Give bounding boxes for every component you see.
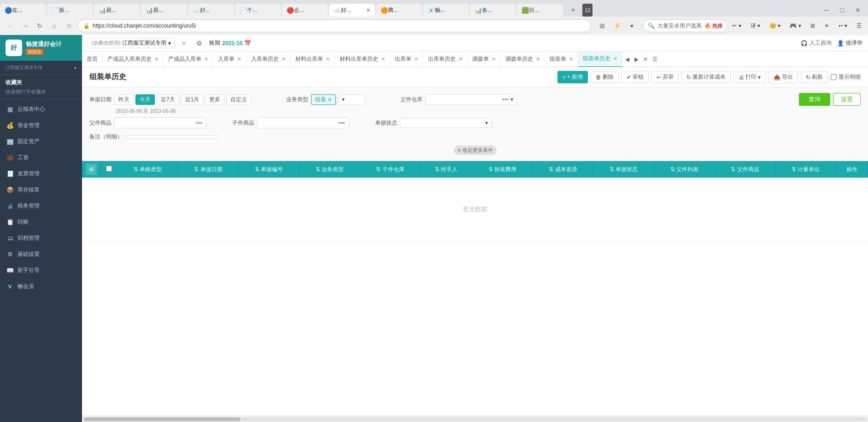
date-btn-today[interactable]: 今天: [135, 94, 155, 105]
sidebar-item-yunreport[interactable]: ▦ 云报表中心: [0, 101, 82, 117]
sidebar-item-invoice[interactable]: 🧾 发票管理: [0, 166, 82, 182]
order-status-select[interactable]: ▾: [400, 118, 492, 128]
table-header-checkbox[interactable]: [101, 161, 117, 178]
date-btn-yesterday[interactable]: 昨天: [114, 94, 134, 105]
undo-btn[interactable]: ↩ ▾: [836, 22, 850, 30]
grid-btn[interactable]: ⊞: [596, 19, 609, 32]
tab-close-adjust-history[interactable]: ✕: [536, 56, 540, 62]
tab-close-adjust[interactable]: ✕: [492, 56, 496, 62]
nav-tab-produce-in[interactable]: 产成品入库单 ✕: [164, 52, 213, 67]
recalculate-btn[interactable]: ↻ 重新计算成本: [681, 71, 731, 83]
parent-goods-select[interactable]: •••: [114, 117, 206, 128]
new-tab-btn[interactable]: +: [567, 4, 580, 17]
company-settings-btn[interactable]: ⚙: [193, 37, 205, 50]
scrollbar-thumb[interactable]: [84, 417, 240, 421]
nav-tab-assembly[interactable]: 组装单 ✕: [545, 52, 578, 67]
brightness-btn[interactable]: ☀: [821, 22, 832, 30]
add-btn[interactable]: + + 新增: [557, 71, 588, 83]
table-settings-icon[interactable]: ⚙: [86, 164, 97, 175]
browser-tab-7[interactable]: 🔴 企...: [282, 4, 328, 17]
parent-goods-more-icon[interactable]: •••: [195, 119, 202, 127]
sidebar-item-funds[interactable]: 💰 资金管理: [0, 117, 82, 133]
add-company-btn[interactable]: +: [179, 38, 189, 48]
remarks-input[interactable]: [125, 135, 217, 139]
unaudit-btn[interactable]: ↩ 弃审: [651, 71, 679, 83]
sidebar-item-guide[interactable]: 📖 新手引导: [0, 262, 82, 278]
col-header-biz-type[interactable]: ⇅ 业务类型: [299, 161, 360, 178]
address-bar[interactable]: 🔒 https://cloud.chanjet.com/accounting/u…: [77, 19, 591, 32]
settings-config-btn[interactable]: 设置: [833, 93, 861, 106]
tab-close-assembly[interactable]: ✕: [569, 56, 573, 62]
tab-close-assembly-history[interactable]: ✕: [613, 56, 617, 62]
nav-tab-out-order[interactable]: 出库单 ✕: [390, 52, 423, 67]
tab-close-8[interactable]: ✕: [364, 7, 370, 13]
tab-close-stock-in[interactable]: ✕: [237, 56, 241, 62]
lightning-btn[interactable]: ⚡: [610, 19, 623, 32]
sidebar-favorites-shortcut[interactable]: 快捷键打开收藏夹: [6, 88, 76, 95]
child-goods-select[interactable]: •••: [257, 117, 349, 128]
col-header-handler[interactable]: ⇅ 经手人: [421, 161, 472, 178]
date-btn-last7[interactable]: 近7天: [157, 94, 179, 105]
sidebar-item-inventory[interactable]: 📦 库存核算: [0, 182, 82, 198]
tab-close-out-order[interactable]: ✕: [414, 56, 418, 62]
date-btn-last-month[interactable]: 近1月: [181, 94, 204, 105]
tabs-close-all[interactable]: ✕: [641, 52, 650, 67]
export-btn[interactable]: 📤 导出: [768, 71, 798, 83]
translate-btn[interactable]: 译 ▾: [748, 21, 763, 31]
close-btn[interactable]: ✕: [851, 4, 864, 17]
search-bar[interactable]: 🔍 大量安卓用户逃离 🔥 热搜: [643, 19, 727, 32]
tabs-scroll-right[interactable]: ▶: [632, 52, 641, 67]
show-detail-toggle[interactable]: 显示明细: [831, 73, 861, 81]
parent-warehouse-select[interactable]: ••• ▾: [425, 94, 517, 105]
print-btn[interactable]: 🖨 打印 ▾: [733, 71, 766, 83]
browser-tab-9[interactable]: 🟠 腾...: [376, 4, 422, 17]
show-detail-checkbox-input[interactable]: [831, 74, 837, 80]
game-btn[interactable]: 🎮 ▾: [787, 22, 803, 30]
collapse-btn[interactable]: ∧ 收起更多条件: [454, 145, 497, 155]
col-header-type[interactable]: ⇅ 单账类型: [117, 161, 178, 178]
maximize-btn[interactable]: □: [836, 4, 849, 17]
browser-tab-10[interactable]: 📧 畅...: [423, 4, 469, 17]
browser-tab-3[interactable]: 📊 易...: [94, 4, 140, 17]
nav-tab-material-out-history[interactable]: 材料出库单历史 ✕: [335, 52, 390, 67]
sidebar-item-tax[interactable]: 🖨 税务管理: [0, 198, 82, 214]
sidebar-item-assets[interactable]: 🏢 固定资产: [0, 133, 82, 150]
nav-tab-assembly-history[interactable]: 组装单历史 ✕: [578, 52, 622, 67]
print-dropdown-arrow[interactable]: ▾: [758, 74, 761, 81]
sidebar-item-archive[interactable]: 🗂 归档管理: [0, 230, 82, 246]
table-header-settings[interactable]: ⚙: [82, 161, 101, 178]
forward-btn[interactable]: →: [18, 19, 31, 32]
browser-tab-2[interactable]: 📄 新...: [47, 4, 93, 17]
emoji-btn[interactable]: 😊 ▾: [767, 22, 783, 30]
tab-close-stock-in-history[interactable]: ✕: [282, 56, 286, 62]
home-btn[interactable]: ⌂: [48, 19, 61, 32]
tab-close-out-history[interactable]: ✕: [458, 56, 463, 62]
refresh-btn[interactable]: ↻ 刷新: [801, 71, 828, 83]
scrollbar-track[interactable]: [84, 417, 866, 421]
tabs-scroll-left[interactable]: ◀: [622, 52, 632, 67]
nav-tab-produce-in-history[interactable]: 产成品入库单历史 ✕: [103, 52, 164, 67]
browser-tab-12[interactable]: 🟩 目...: [517, 4, 563, 17]
col-header-disassemble-fee[interactable]: ⇅ 拆装费用: [472, 161, 533, 178]
select-all-checkbox[interactable]: [106, 166, 112, 172]
date-btn-custom[interactable]: 自定义: [226, 94, 251, 105]
sidebar-item-salary[interactable]: 💼 工资: [0, 150, 82, 166]
browser-tab-8[interactable]: ☁️ 好... ✕: [329, 4, 375, 17]
col-header-unit[interactable]: ⇅ 计量单位: [775, 161, 836, 178]
menu-btn[interactable]: ☰: [854, 22, 864, 30]
sidebar-company-selector[interactable]: 江西服宝测试专用 ▾: [0, 61, 82, 75]
reload-btn[interactable]: ↻: [33, 19, 46, 32]
tab-close-material-out-history[interactable]: ✕: [381, 56, 385, 62]
sidebar-item-settings[interactable]: ⚙ 基础设置: [0, 246, 82, 262]
nav-tab-adjust-history[interactable]: 调拨单历史 ✕: [501, 52, 545, 67]
col-header-order-status[interactable]: ⇅ 单据状态: [593, 161, 654, 178]
col-header-parent-goods[interactable]: ⇅ 父件商品: [715, 161, 775, 178]
col-header-date[interactable]: ⇅ 单据日期: [178, 161, 239, 178]
grid2-btn[interactable]: ⊞: [808, 22, 818, 30]
col-header-child-warehouse[interactable]: ⇅ 子件仓库: [360, 161, 421, 178]
calendar-icon[interactable]: 📅: [244, 40, 251, 46]
delete-btn[interactable]: 🗑 删除: [591, 71, 619, 83]
dropdown-btn[interactable]: ▾: [625, 19, 638, 32]
browser-tab-11[interactable]: 📊 各...: [470, 4, 516, 17]
tab-close-material-out[interactable]: ✕: [326, 56, 330, 62]
